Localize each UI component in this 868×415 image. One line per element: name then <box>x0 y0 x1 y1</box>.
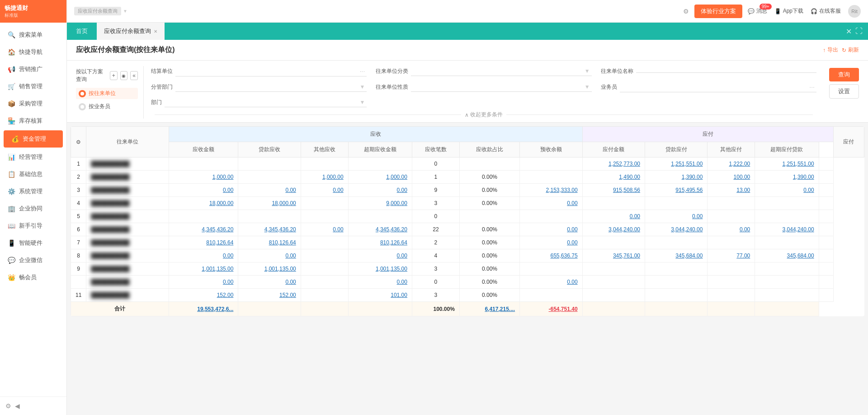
table-area: ⚙ 往来单位 应收 应付 应付 应收金额 贷款应收 <box>71 126 864 316</box>
filter-add-btn[interactable]: + <box>110 71 118 80</box>
sidebar-label-hardware: 智能硬件 <box>19 239 42 247</box>
th-partner: 往来单位 <box>86 127 169 157</box>
th-other-receivable: 其他应收 <box>301 142 348 157</box>
query-btn[interactable]: 查询 <box>829 68 859 81</box>
row-index: 6 <box>71 223 86 236</box>
total-payable-amount[interactable]: -654,751.40 <box>520 302 582 316</box>
sidebar-item-quicknav[interactable]: 🏠 快捷导航 <box>0 43 66 61</box>
row-index: 2 <box>71 171 86 184</box>
filter-jiesuan: 结算单位 ··· <box>151 66 367 76</box>
sidebar-label-enterprise: 企业协同 <box>19 205 42 213</box>
tab-close-icon[interactable]: ✕ <box>154 29 157 34</box>
user-avatar[interactable]: Rit <box>848 5 861 18</box>
footer-collapse-btn[interactable]: ◀ <box>15 402 20 410</box>
message-badge: 99+ <box>760 4 772 10</box>
service-btn[interactable]: 🎧 在线客服 <box>811 7 841 15</box>
operations-icon: 📊 <box>7 153 15 161</box>
sidebar-label-member: 畅会员 <box>19 273 37 281</box>
tab-home[interactable]: 首页 <box>67 23 97 40</box>
refresh-btn[interactable]: ↻ 刷新 <box>842 46 859 54</box>
th-settings[interactable]: ⚙ <box>71 127 86 157</box>
sidebar-item-operations[interactable]: 📊 经营管理 <box>0 148 66 166</box>
table-scroll[interactable]: ⚙ 往来单位 应收 应付 应付 应收金额 贷款应收 <box>71 126 864 316</box>
row-index: 3 <box>71 184 86 197</box>
sidebar-item-guide[interactable]: 📖 新手引导 <box>0 217 66 234</box>
row-index: 11 <box>71 289 86 302</box>
content-area: 应收应付余额查询(按往来单位) ↑ 导出 ↻ 刷新 <box>67 40 868 415</box>
sidebar-item-enterprise[interactable]: 🏢 企业协同 <box>0 200 66 217</box>
marketing-icon: 📢 <box>7 66 15 73</box>
industry-solution-btn[interactable]: 体验行业方案 <box>694 5 742 18</box>
filter-panel-by-customer[interactable]: 按往来单位 <box>76 88 138 99</box>
set-btn[interactable]: 设置 <box>829 84 859 99</box>
filter-dept: 部门 ▼ <box>151 98 367 107</box>
close-window-btn[interactable]: ✕ <box>846 27 852 36</box>
filter-scheme-label: 按以下方案查询 <box>76 68 107 83</box>
download-btn[interactable]: 📱 App下载 <box>774 7 803 15</box>
hardware-icon: 📱 <box>7 239 15 247</box>
row-partner: ██████████ <box>86 171 169 184</box>
maximize-btn[interactable]: ⛶ <box>855 27 863 35</box>
dept-manager-chevron: ▼ <box>359 84 365 90</box>
table-row: 9██████████1,001,135.001,001,135.001,001… <box>71 262 864 276</box>
row-partner: ██████████ <box>86 236 169 249</box>
sidebar-item-search[interactable]: 🔍 搜索菜单 <box>0 26 66 43</box>
sidebar-label-guide: 新手引导 <box>19 222 42 230</box>
sidebar-label-system: 系统管理 <box>19 187 42 196</box>
row-partner: ██████████ <box>86 157 169 171</box>
sidebar-item-inventory[interactable]: 🏪 库存核算 <box>0 112 66 129</box>
filter-collapse-btn[interactable]: ∧ 收起更多条件 <box>151 111 816 119</box>
th-payable-group: 应付 <box>582 127 833 142</box>
filter-setting-btn[interactable]: ◉ <box>120 71 128 80</box>
total-row: 合计 19,553,472,6... 100.00% 6,417,215....… <box>71 302 864 316</box>
sidebar-label-marketing: 营销推广 <box>19 65 42 73</box>
th-prepaid-balance: 预收余额 <box>520 142 582 157</box>
row-index: 7 <box>71 236 86 249</box>
message-btn[interactable]: 💬 消息 99+ <box>748 7 767 15</box>
sidebar-item-basicinfo[interactable]: 📋 基础信息 <box>0 166 66 183</box>
sidebar-item-purchase[interactable]: 📦 采购管理 <box>0 95 66 112</box>
filter-area: 按以下方案查询 + ◉ « 按往来单位 <box>67 61 868 123</box>
breadcrumb: 应收应付余额查询 ▼ <box>74 7 678 15</box>
dept-manager-label: 分管部门 <box>151 83 173 91</box>
user-name: Rit <box>851 9 857 14</box>
total-receivable-amount[interactable]: 19,553,472,6... <box>169 302 238 316</box>
sidebar-item-finance[interactable]: 💰 资金管理 <box>4 130 63 148</box>
row-partner: ██████████ <box>86 197 169 210</box>
settings-icon[interactable]: ⚙ <box>683 8 689 15</box>
member-icon: 👑 <box>7 274 15 281</box>
table-settings-icon[interactable]: ⚙ <box>76 139 81 145</box>
page-header-actions: ↑ 导出 ↻ 刷新 <box>823 46 859 54</box>
sidebar-item-weixin[interactable]: 💬 企业微信 <box>0 252 66 269</box>
sidebar-item-sales[interactable]: 🛒 销售管理 <box>0 78 66 95</box>
collapse-label: 收起更多条件 <box>470 111 503 119</box>
row-partner: ██████████ <box>86 184 169 197</box>
finance-icon: 💰 <box>11 135 19 143</box>
table-row: 2██████████1,000.001,000.001,000.0010.00… <box>71 171 864 184</box>
partner-category-label: 往来单位分类 <box>376 67 408 75</box>
collapse-chevron-up: ∧ <box>465 112 469 118</box>
table-row: 3██████████0.000.000.000.0090.00%2,153,3… <box>71 184 864 197</box>
total-label: 合计 <box>71 302 169 316</box>
sidebar-label-weixin: 企业微信 <box>19 256 42 264</box>
by-customer-icon <box>79 90 86 97</box>
sidebar-item-marketing[interactable]: 📢 营销推广 <box>0 61 66 78</box>
row-partner: ██████████ <box>86 262 169 276</box>
filter-panel-by-salesperson[interactable]: 按业务员 <box>76 101 138 112</box>
footer-settings-btn[interactable]: ⚙ <box>5 402 11 410</box>
by-salesperson-label: 按业务员 <box>89 103 110 110</box>
sales-icon: 🛒 <box>7 83 15 90</box>
th-receivable-group: 应收 <box>169 127 582 142</box>
filter-expand-btn[interactable]: « <box>130 71 138 80</box>
sidebar-item-member[interactable]: 👑 畅会员 <box>0 269 66 286</box>
sidebar-item-hardware[interactable]: 📱 智能硬件 <box>0 234 66 252</box>
filter-partner-nature: 往来单位性质 ▼ <box>376 82 591 92</box>
sidebar-label-operations: 经营管理 <box>19 153 42 161</box>
total-prepaid-balance[interactable]: 6,417,215.... <box>459 302 519 316</box>
page: 应收应付余额查询(按往来单位) ↑ 导出 ↻ 刷新 <box>67 40 868 316</box>
filter-dept-manager: 分管部门 ▼ <box>151 82 367 92</box>
tab-report[interactable]: 应收应付余额查询 ✕ <box>97 23 165 40</box>
sidebar-item-system[interactable]: ⚙️ 系统管理 <box>0 183 66 200</box>
partner-category-chevron: ▼ <box>585 68 590 74</box>
export-btn[interactable]: ↑ 导出 <box>823 46 838 54</box>
